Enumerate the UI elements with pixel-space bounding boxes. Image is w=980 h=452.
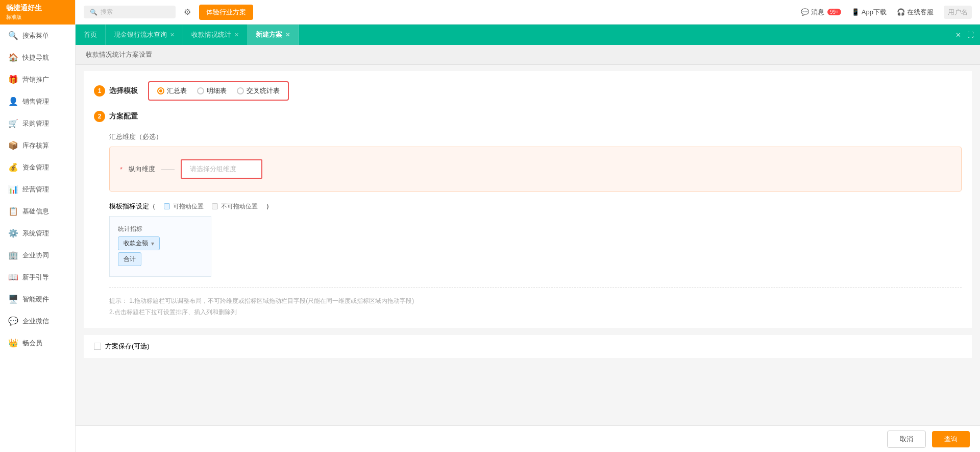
gear-icon: ⚙️ (8, 228, 18, 238)
user-icon: 👤 (8, 97, 18, 106)
step2-number: 2 (94, 111, 105, 122)
app-version: 标准版 (6, 14, 42, 21)
message-item[interactable]: 💬 消息 99+ (801, 8, 841, 17)
tab-newplan-close[interactable]: ✕ (285, 32, 290, 38)
search-icon: 🔍 (8, 31, 18, 40)
tab-bank-close[interactable]: ✕ (170, 32, 175, 38)
query-button[interactable]: 查询 (932, 431, 970, 447)
monitor-icon: 🖥️ (8, 294, 18, 304)
sidebar-item-quick[interactable]: 🏠 快捷导航 (0, 46, 75, 68)
trial-button[interactable]: 体验行业方案 (199, 5, 253, 20)
tab-bank[interactable]: 现金银行流水查询 ✕ (106, 25, 183, 45)
list-icon: 📋 (8, 206, 18, 216)
sidebar-item-operation[interactable]: 📊 经营管理 (0, 178, 75, 200)
download-item[interactable]: 📱 App下载 (851, 8, 887, 17)
indicator-subtags-row: 合计 (118, 252, 203, 268)
tabbar: 首页 现金银行流水查询 ✕ 收款情况统计 ✕ 新建方案 ✕ ✕ ⛶ (76, 25, 980, 45)
tab-newplan[interactable]: 新建方案 ✕ (248, 25, 299, 45)
sidebar-item-label: 企业协同 (22, 251, 49, 260)
home-icon: 🏠 (8, 53, 18, 62)
sidebar-item-label: 库存核算 (22, 141, 49, 150)
radio-summary[interactable]: 汇总表 (157, 86, 187, 96)
dim-row: * 纵向维度 —— 请选择分组维度 (120, 159, 951, 179)
sidebar-item-purchase[interactable]: 🛒 采购管理 (0, 112, 75, 134)
sidebar-item-search[interactable]: 🔍 搜索菜单 (0, 25, 75, 46)
sidebar-item-basic[interactable]: 📋 基础信息 (0, 200, 75, 222)
tip-line1: 提示： 1.拖动标题栏可以调整布局，不可跨维度或指标区域拖动栏目字段(只能在同一… (109, 296, 962, 307)
download-label: App下载 (862, 8, 887, 17)
sidebar-item-system[interactable]: ⚙️ 系统管理 (0, 222, 75, 244)
sidebar-item-wechat[interactable]: 💬 企业微信 (0, 310, 75, 332)
radio-summary-label: 汇总表 (167, 86, 187, 96)
indicator-tag-revenue[interactable]: 收款金额 ▾ (118, 236, 160, 250)
sidebar-item-guide[interactable]: 📖 新手引导 (0, 266, 75, 288)
sidebar-item-label: 资金管理 (22, 163, 49, 172)
sidebar-item-label: 经营管理 (22, 185, 49, 194)
indicator-label-row: 模板指标设定（ 可拖动位置 不可拖动位置 ） (109, 202, 962, 211)
legend-fixed-label: 不可拖动位置 (221, 202, 258, 211)
sidebar-item-label: 新手引导 (22, 273, 49, 282)
radio-cross-label: 交叉统计表 (247, 86, 280, 96)
save-checkbox[interactable] (94, 343, 101, 350)
step2-row: 2 方案配置 (94, 111, 962, 122)
tab-stats[interactable]: 收款情况统计 ✕ (183, 25, 248, 45)
tab-home[interactable]: 首页 (76, 25, 106, 45)
user-avatar[interactable]: 用户名 (944, 6, 972, 19)
chevron-down-icon: ▾ (151, 240, 154, 247)
radio-cross-circle (237, 87, 244, 94)
legend-fixed-dot (212, 203, 218, 209)
radio-detail-label: 明细表 (207, 86, 227, 96)
content-area: 收款情况统计方案设置 1 选择模板 汇总表 明细表 (76, 45, 980, 452)
tab-bank-label: 现金银行流水查询 (114, 30, 167, 39)
dim-select-input[interactable]: 请选择分组维度 (181, 159, 262, 179)
dim-arrow: —— (161, 165, 175, 173)
dim-section-title: 汇总维度（必选） (109, 132, 962, 141)
tip-line2: 2.点击标题栏下拉可设置排序、插入列和删除列 (109, 307, 962, 318)
sidebar-item-marketing[interactable]: 🎁 营销推广 (0, 68, 75, 90)
sidebar-item-member[interactable]: 👑 畅会员 (0, 332, 75, 354)
message-icon: 💬 (801, 8, 809, 16)
sidebar-item-label: 畅会员 (22, 339, 42, 348)
message-label: 消息 (811, 8, 824, 17)
support-label: 在线客服 (907, 8, 934, 17)
topbar: 🔍 搜索 ⚙ 体验行业方案 💬 消息 99+ 📱 App下载 🎧 在线客服 用户… (76, 0, 980, 25)
sidebar-item-coop[interactable]: 🏢 企业协同 (0, 244, 75, 266)
tabbar-controls: ✕ ⛶ (949, 25, 980, 45)
indicator-section: 模板指标设定（ 可拖动位置 不可拖动位置 ） 统计指标 (109, 202, 962, 277)
tab-home-label: 首页 (84, 30, 97, 39)
sidebar-item-label: 快捷导航 (22, 53, 49, 62)
search-placeholder: 搜索 (101, 8, 113, 16)
headset-icon: 🎧 (897, 8, 905, 16)
sidebar-item-label: 搜索菜单 (22, 31, 49, 40)
sidebar-item-label: 智能硬件 (22, 295, 49, 304)
tab-expand-icon[interactable]: ⛶ (967, 31, 974, 39)
sidebar-item-sales[interactable]: 👤 销售管理 (0, 90, 75, 112)
indicator-group-title: 统计指标 (118, 225, 203, 233)
sidebar-item-label: 采购管理 (22, 119, 49, 128)
cancel-button[interactable]: 取消 (887, 431, 926, 448)
sidebar-item-finance[interactable]: 💰 资金管理 (0, 156, 75, 178)
page-title: 收款情况统计方案设置 (76, 45, 980, 65)
tab-stats-close[interactable]: ✕ (234, 32, 239, 38)
sidebar: 畅捷通好生 标准版 🔍 搜索菜单 🏠 快捷导航 🎁 营销推广 👤 销售管理 🛒 … (0, 0, 76, 452)
search-box[interactable]: 🔍 搜索 (84, 6, 176, 18)
cart-icon: 🛒 (8, 118, 18, 128)
download-icon: 📱 (851, 8, 860, 16)
support-item[interactable]: 🎧 在线客服 (897, 8, 934, 17)
sidebar-item-hardware[interactable]: 🖥️ 智能硬件 (0, 288, 75, 310)
sidebar-item-label: 销售管理 (22, 97, 49, 106)
sidebar-item-inventory[interactable]: 📦 库存核算 (0, 134, 75, 156)
sidebar-logo: 畅捷通好生 标准版 (0, 0, 75, 25)
message-badge: 99+ (827, 9, 841, 15)
tab-close-all-icon[interactable]: ✕ (955, 31, 961, 39)
sidebar-item-label: 企业微信 (22, 317, 49, 326)
radio-cross[interactable]: 交叉统计表 (237, 86, 280, 96)
legend-movable-label: 可拖动位置 (173, 202, 204, 211)
radio-detail[interactable]: 明细表 (197, 86, 227, 96)
chat-icon: 💬 (8, 316, 18, 326)
save-row: 方案保存(可选) (84, 334, 972, 358)
step1-row: 1 选择模板 汇总表 明细表 交叉统计表 (94, 81, 962, 101)
settings-icon[interactable]: ⚙ (184, 7, 191, 17)
search-icon: 🔍 (90, 9, 97, 16)
dimension-box: * 纵向维度 —— 请选择分组维度 (109, 147, 962, 192)
